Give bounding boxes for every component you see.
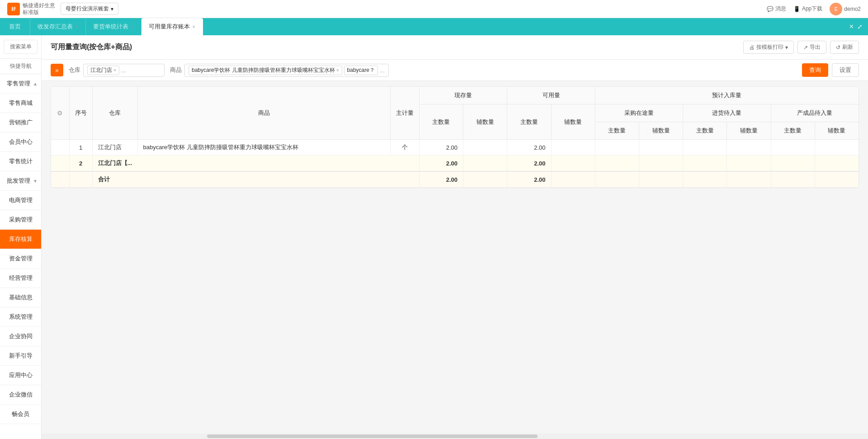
goods-dots[interactable]: ... bbox=[380, 67, 385, 74]
th-unit: 主计量 bbox=[390, 87, 419, 140]
sidebar-item-sys-mgmt[interactable]: 系统管理 bbox=[0, 307, 41, 327]
sidebar-item-member[interactable]: 会员中心 bbox=[0, 132, 41, 152]
goods-tag-2: babycare？ bbox=[344, 66, 378, 75]
query-btn[interactable]: 查询 bbox=[802, 63, 828, 77]
sidebar-item-finance[interactable]: 资金管理 bbox=[0, 249, 41, 269]
summary-stock-main: 2.00 bbox=[419, 156, 463, 172]
row-purchase-main bbox=[595, 140, 639, 156]
tab-order-stat[interactable]: 要货单统计表 × bbox=[86, 18, 142, 35]
total-stock-sub bbox=[463, 171, 507, 188]
th-goods-in-main: 主数量 bbox=[683, 122, 727, 140]
scroll-thumb[interactable] bbox=[207, 434, 538, 438]
sidebar-item-retail-stats[interactable]: 零售统计 bbox=[0, 152, 41, 171]
sidebar-item-wholesale[interactable]: 批发管理 ▼ bbox=[0, 171, 41, 191]
tab-home-label: 首页 bbox=[9, 23, 21, 31]
sidebar-item-vip[interactable]: 畅会员 bbox=[0, 405, 41, 424]
page-header: 可用量查询(按仓库+商品) 🖨 按模板打印 ▾ ↗ 导出 ↺ 刷新 bbox=[42, 35, 868, 60]
row-goods: babycare学饮杯 儿童防摔防撞吸管杯重力球吸嘴杯宝宝水杯 bbox=[137, 140, 390, 156]
tab-bar-right: × ⤢ bbox=[844, 18, 868, 35]
user-label: demo2 bbox=[844, 6, 861, 12]
sidebar-label-finance: 资金管理 bbox=[4, 255, 38, 263]
sidebar-label-purchase: 采购管理 bbox=[4, 216, 38, 224]
sidebar-item-new-guide[interactable]: 新手引导 bbox=[0, 346, 41, 366]
th-purchase-sub: 辅数量 bbox=[639, 122, 683, 140]
gear-icon[interactable]: ⚙ bbox=[57, 109, 63, 117]
industry-label: 母婴行业演示账套 bbox=[66, 5, 109, 13]
th-stock-group: 现存量 bbox=[419, 87, 507, 104]
sidebar-item-enterprise[interactable]: 企业协同 bbox=[0, 327, 41, 346]
quick-nav[interactable]: 快捷导航 bbox=[0, 59, 41, 74]
warehouse-dots[interactable]: ... bbox=[121, 67, 126, 74]
total-product-sub bbox=[815, 171, 859, 188]
export-label: 导出 bbox=[810, 43, 821, 51]
tab-close-all-icon[interactable]: × bbox=[849, 23, 854, 31]
tab-expand-icon[interactable]: ⤢ bbox=[857, 23, 863, 30]
export-btn[interactable]: ↗ 导出 bbox=[797, 41, 826, 54]
goods-filter-tags[interactable]: babycare学饮杯 儿童防摔防撞吸管杯重力球吸嘴杯宝宝水杯 × babyca… bbox=[184, 64, 389, 77]
th-gear: ⚙ bbox=[51, 87, 69, 140]
warehouse-filter-label: 仓库 bbox=[69, 66, 80, 74]
warehouse-filter-tags[interactable]: 江北门店 × ... bbox=[83, 64, 165, 77]
user-profile[interactable]: E demo2 bbox=[830, 3, 861, 15]
warehouse-filter: 仓库 江北门店 × ... bbox=[69, 64, 165, 77]
avatar: E bbox=[830, 3, 842, 15]
tab-receive-label: 收发存汇总表 bbox=[38, 23, 73, 31]
search-menu-btn[interactable]: 搜索菜单 bbox=[4, 40, 38, 54]
th-goods-in-sub: 辅数量 bbox=[727, 122, 771, 140]
sidebar-item-basic-info[interactable]: 基础信息 bbox=[0, 288, 41, 307]
goods-tag-1-close[interactable]: × bbox=[336, 68, 339, 73]
data-table: ⚙ 序号 仓库 商品 主计量 现存量 可用量 预计入库量 主数量 bbox=[51, 87, 859, 188]
app-download-btn[interactable]: 📱 App下载 bbox=[793, 5, 822, 13]
summary-purchase-main bbox=[595, 156, 639, 172]
main-layout: 搜索菜单 快捷导航 零售管理 ▲ 零售商城 营销推广 会员中心 零售统计 批发管… bbox=[0, 35, 868, 439]
filter-toggle-btn[interactable]: » bbox=[51, 64, 63, 76]
sidebar: 搜索菜单 快捷导航 零售管理 ▲ 零售商城 营销推广 会员中心 零售统计 批发管… bbox=[0, 35, 42, 439]
warehouse-tag-text: 江北门店 bbox=[90, 66, 112, 74]
app-icon: 📱 bbox=[793, 6, 800, 12]
tab-home[interactable]: 首页 bbox=[0, 18, 30, 35]
toggle-icon: » bbox=[55, 66, 59, 74]
sidebar-item-app-center[interactable]: 应用中心 bbox=[0, 366, 41, 385]
sidebar-label-wechat-work: 企业微信 bbox=[4, 391, 38, 399]
sidebar-item-wechat-work[interactable]: 企业微信 bbox=[0, 385, 41, 405]
sidebar-item-marketing[interactable]: 营销推广 bbox=[0, 113, 41, 132]
goods-tag-1: babycare学饮杯 儿童防摔防撞吸管杯重力球吸嘴杯宝宝水杯 × bbox=[189, 66, 342, 75]
sidebar-item-retail-mgmt[interactable]: 零售管理 ▲ bbox=[0, 74, 41, 94]
th-purchase-transit: 采购在途量 bbox=[595, 104, 683, 122]
sidebar-item-inventory[interactable]: 库存核算 bbox=[0, 230, 41, 249]
sidebar-item-ecommerce[interactable]: 电商管理 bbox=[0, 191, 41, 210]
row-product-main bbox=[771, 140, 815, 156]
message-icon: 💬 bbox=[767, 6, 774, 12]
sidebar-item-ops[interactable]: 经营管理 bbox=[0, 269, 41, 288]
industry-selector[interactable]: 母婴行业演示账套 ▾ bbox=[61, 3, 118, 15]
tab-available-close[interactable]: × bbox=[193, 24, 195, 29]
settings-btn[interactable]: 设置 bbox=[832, 63, 859, 77]
sidebar-label-new-guide: 新手引导 bbox=[4, 352, 38, 360]
th-goods: 商品 bbox=[137, 87, 390, 140]
message-btn[interactable]: 💬 消息 bbox=[767, 5, 786, 13]
horizontal-scrollbar[interactable] bbox=[42, 434, 868, 439]
message-label: 消息 bbox=[775, 5, 786, 13]
th-avail-sub: 辅数量 bbox=[551, 104, 595, 140]
summary-gear bbox=[51, 156, 69, 172]
quick-nav-label: 快捷导航 bbox=[10, 63, 32, 69]
summary-product-sub bbox=[815, 156, 859, 172]
print-btn[interactable]: 🖨 按模板打印 ▾ bbox=[743, 41, 794, 54]
warehouse-tag-close[interactable]: × bbox=[113, 68, 116, 73]
sidebar-item-purchase[interactable]: 采购管理 bbox=[0, 210, 41, 230]
row-gear bbox=[51, 140, 69, 156]
refresh-btn[interactable]: ↺ 刷新 bbox=[830, 41, 859, 54]
tab-order-stat-close[interactable]: × bbox=[131, 24, 134, 29]
total-goods-in-main bbox=[683, 171, 727, 188]
total-avail-main: 2.00 bbox=[507, 171, 551, 188]
chevron-up-icon: ▲ bbox=[33, 81, 38, 86]
tab-receive-close[interactable]: × bbox=[75, 24, 78, 29]
sidebar-label-retail-mgmt: 零售管理 bbox=[4, 80, 33, 88]
tab-receive[interactable]: 收发存汇总表 × bbox=[30, 18, 86, 35]
refresh-label: 刷新 bbox=[842, 43, 853, 51]
tab-available[interactable]: 可用量库存账本 × bbox=[142, 18, 203, 35]
row-avail-main: 2.00 bbox=[507, 140, 551, 156]
filter-actions: 查询 设置 bbox=[802, 63, 859, 77]
tab-order-stat-label: 要货单统计表 bbox=[93, 23, 128, 31]
sidebar-item-retail-mall[interactable]: 零售商城 bbox=[0, 94, 41, 113]
